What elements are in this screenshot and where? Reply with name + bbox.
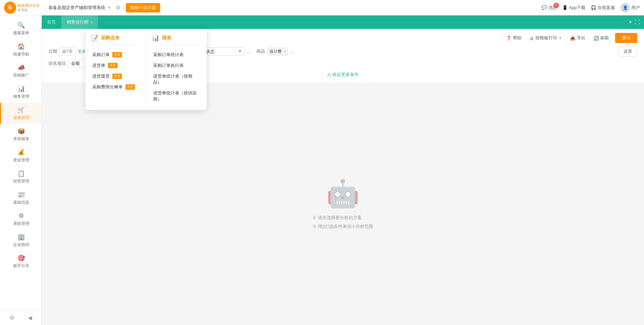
sidebar-item-inventory[interactable]: 📦 库存核算 <box>0 124 41 145</box>
dropdown-item-receive[interactable]: 进货单 历史 <box>91 60 141 71</box>
empty-state: 🤖 请先选择要分析的方案 用[过滤]条件来缩小分析范围 <box>42 83 644 325</box>
query-settings-area: 设置 <box>618 46 637 56</box>
window-max-icon[interactable]: ⛶ <box>635 19 640 25</box>
help-button[interactable]: ❓ 帮助 <box>504 34 524 42</box>
refresh-button[interactable]: 🔄 刷新 <box>592 34 611 42</box>
report-col: 📊 报表 采购订单统计表 采购订单执行表 进货单统计表（按商品） 进货单统计表（… <box>146 29 207 110</box>
sidebar-label-operations: 经营管理 <box>13 178 29 184</box>
tab-home-label: 首页 <box>47 19 56 25</box>
window-close-icon[interactable]: × <box>629 19 632 25</box>
print-dropdown-icon[interactable]: ▼ <box>559 36 562 40</box>
sidebar-item-finance[interactable]: 💰 资金管理 <box>0 145 41 166</box>
export-icon: 📤 <box>570 36 575 41</box>
home-icon: 🏠 <box>17 43 25 50</box>
sidebar-footer: ⚙ ◀ <box>0 310 41 325</box>
goods-dots[interactable]: ... <box>290 48 294 54</box>
newbie-icon: 🎯 <box>17 254 25 262</box>
date-more-link[interactable]: 更多 <box>78 49 86 54</box>
sidebar-item-marketing[interactable]: 📣 营销推广 <box>0 60 41 82</box>
sidebar-item-nav[interactable]: 🏠 快捷导航 <box>0 39 41 60</box>
sidebar-item-operations[interactable]: 📋 经营管理 <box>0 166 41 188</box>
sidebar-item-basic-info[interactable]: 📰 基础信息 <box>0 188 41 209</box>
marketing-icon: 📣 <box>17 64 25 71</box>
dropdown-item-receive-product[interactable]: 进货单统计表（按商品） <box>152 71 202 88</box>
sidebar-label-sales: 销售管理 <box>13 94 29 99</box>
empty-illustration: 🤖 <box>326 178 360 209</box>
po-label: 采购订单 <box>92 52 110 58</box>
phone-icon: 📱 <box>562 5 568 10</box>
sidebar-item-system[interactable]: ⚙ 系统管理 <box>0 209 41 230</box>
logo-icon: 6 <box>4 2 16 14</box>
inventory-icon: 📦 <box>17 127 25 135</box>
sidebar-label-search: 搜索菜单 <box>13 30 29 36</box>
sidebar-item-newbie[interactable]: 🎯 新手引导 <box>0 251 41 272</box>
tab-close-icon[interactable]: × <box>91 20 93 24</box>
basic-info-icon: 📰 <box>17 191 25 198</box>
logo-char: 6 <box>8 4 12 11</box>
goods-tag-value: 设计费 <box>270 49 282 54</box>
tab-sales-rank[interactable]: 销售排行榜 × <box>61 15 98 29</box>
sidebar-item-enterprise[interactable]: 🏢 企业协同 <box>0 230 41 251</box>
sidebar-item-sales[interactable]: 📊 销售管理 <box>0 82 41 103</box>
system-icon: ⚙ <box>19 212 24 219</box>
fee-label: 采购费用分摊单 <box>92 84 123 90</box>
sidebar-label-nav: 快捷导航 <box>13 51 29 57</box>
voucher-status-dots[interactable]: ... <box>247 48 251 54</box>
tab-sales-rank-label: 销售排行榜 <box>67 19 88 25</box>
print-button[interactable]: 🖨 按模板打印 ▼ <box>528 34 564 42</box>
logo-text: 畅捷通好生意 标准版 <box>17 3 40 12</box>
dropdown-item-po[interactable]: 采购订单 历史 <box>91 49 141 60</box>
report-col-header: 📊 报表 <box>152 34 202 45</box>
return-history-badge: 历史 <box>112 74 122 79</box>
sidebar-item-purchase[interactable]: 🛒 采购管理 <box>0 103 41 124</box>
search-icon: 🔍 <box>17 22 25 29</box>
content-area: 首页 销售排行榜 × × ⛶ ❓ <box>42 15 644 325</box>
dropdown-item-return[interactable]: 进货退货 历史 <box>91 71 141 82</box>
goods-tag: 设计费 × <box>267 48 288 55</box>
sidebar-label-system: 系统管理 <box>13 221 29 227</box>
sales-icon: 📊 <box>17 85 25 92</box>
settings-button[interactable]: 设置 <box>618 46 637 56</box>
collapse-button[interactable]: ⋀ 收起更多条件 <box>327 72 359 78</box>
message-icon: 💬 <box>541 5 547 10</box>
finance-icon: 💰 <box>17 149 25 156</box>
nav-title: 装备及固定资产辅助管理系统 <box>48 5 105 11</box>
dropdown-item-receive-supplier[interactable]: 进货单统计表（按供应商） <box>152 88 202 105</box>
receive-history-badge: 历史 <box>108 63 117 68</box>
logo-area: 6 畅捷通好生意 标准版 <box>4 2 46 14</box>
query-button[interactable]: 查询 <box>615 33 637 43</box>
export-button[interactable]: 📤 导出 <box>568 34 587 42</box>
industry-button[interactable]: 体验行业方案 <box>126 3 160 12</box>
purchase-col-title: 采购业务 <box>101 35 120 41</box>
collapse-up-icon: ⋀ <box>327 72 331 77</box>
sidebar-item-search[interactable]: 🔍 搜索菜单 <box>0 18 41 39</box>
date-label: 日期 <box>48 48 57 54</box>
fee-history-badge: 历史 <box>126 84 135 90</box>
tab-bar: 首页 销售排行榜 × × ⛶ <box>42 15 644 29</box>
enterprise-icon: 🏢 <box>17 233 25 241</box>
app-download-button[interactable]: 📱 App下载 <box>562 5 585 11</box>
rank-item-label: 排名项目 <box>48 60 66 67</box>
online-service-button[interactable]: 🎧 在线客服 <box>591 5 615 11</box>
message-badge: 9 <box>553 3 559 8</box>
dropdown-item-po-exec[interactable]: 采购订单执行表 <box>152 60 202 71</box>
sidebar-collapse-button[interactable]: ◀ <box>28 315 32 321</box>
user-menu[interactable]: 👤 用户 <box>620 3 640 12</box>
dropdown-item-po-stat[interactable]: 采购订单统计表 <box>152 49 202 60</box>
sidebar-settings-button[interactable]: ⚙ <box>9 315 14 321</box>
message-button[interactable]: 💬 消息 9 <box>541 5 557 11</box>
tab-home[interactable]: 首页 <box>42 15 61 29</box>
sidebar-label-inventory: 库存核算 <box>13 136 29 142</box>
receive-product-label: 进货单统计表（按商品） <box>153 73 200 85</box>
app-label: App下载 <box>569 5 585 11</box>
date-tag-7days[interactable]: 近7天 <box>59 47 76 56</box>
purchase-col-header: 📝 采购业务 <box>91 34 141 45</box>
nav-settings-icon[interactable]: ⚙ <box>116 4 120 11</box>
po-stat-label: 采购订单统计表 <box>153 52 184 58</box>
goods-tag-close[interactable]: × <box>284 49 286 53</box>
window-controls: × ⛶ <box>629 19 644 25</box>
nav-dropdown-arrow[interactable]: ▼ <box>107 6 111 10</box>
dropdown-item-fee[interactable]: 采购费用分摊单 历史 <box>91 82 141 92</box>
operations-icon: 📋 <box>17 170 25 177</box>
sidebar-nav: 🔍 搜索菜单 🏠 快捷导航 📣 营销推广 📊 销售管理 🛒 采购管 <box>0 15 41 275</box>
